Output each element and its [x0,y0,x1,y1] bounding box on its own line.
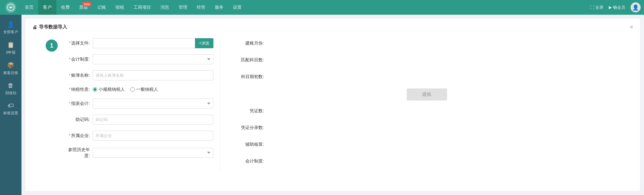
main-content: 🖨 导爷数据导入 × 1 *选择文件: [21,15,644,195]
voucher-entries-row: 凭证分录数: [234,123,620,133]
assign-accountant-label: *指派会计: [63,101,90,107]
voucher-count-value [267,106,620,116]
sidebar-label: 回收站 [5,90,16,95]
initial-balance-value [267,72,620,82]
sidebar-item-全部客户[interactable]: 👤全部客户 [0,17,21,38]
nav-item-服务[interactable]: 服务 [210,0,228,15]
sidebar-icon: 🗑 [8,82,14,89]
close-button[interactable]: × [630,24,633,30]
avatar[interactable]: 👤 [631,2,641,12]
tax-general-input[interactable] [130,87,135,92]
voucher-count-row: 凭证数: [234,106,620,116]
logo-area [3,0,18,15]
file-input-group: +浏览 [93,38,213,48]
nav-item-设置[interactable]: 设置 [228,0,246,15]
form-right: 建账月份: 匹配科目数: 科目期初数: 建账 [220,38,620,173]
accounting-system-select[interactable] [93,54,213,64]
ledger-name-input[interactable] [93,70,213,80]
browse-button[interactable]: +浏览 [195,38,213,48]
initial-balance-label: 科目期初数: [234,74,264,80]
page-title-text: 导爷数据导入 [39,24,67,30]
nav-item-管理[interactable]: 管理 [174,0,192,15]
top-nav: 首页客户收费票据new记账报税工商项目消息管理经营服务设置 ⛶ 全屏 ▶ 畅会员… [0,0,644,15]
nav-item-收费[interactable]: 收费 [56,0,75,15]
tax-small-radio[interactable]: 小规模纳税人 [93,86,125,92]
nav-badge: new [83,2,91,6]
memo-label: 助记码: [63,117,90,123]
sidebar-item-标签设置[interactable]: 🏷标签设置 [0,99,21,119]
nav-item-首页[interactable]: 首页 [20,0,38,15]
build-month-label: 建账月份: [234,40,264,46]
sidebar-icon: 📦 [7,62,14,69]
right-accounting-system-row: 会计制度: [234,156,620,166]
logo-icon [5,2,16,13]
match-subjects-value [267,55,620,65]
nav-item-工商项目[interactable]: 工商项目 [129,0,156,15]
memo-input[interactable] [93,115,213,125]
nav-item-客户[interactable]: 客户 [38,0,56,15]
sidebar-label: 全部客户 [3,29,18,35]
sidebar-item-账套迁移[interactable]: 📦账套迁移 [0,58,21,79]
reference-year-select[interactable] [93,148,213,158]
nav-item-消息[interactable]: 消息 [156,0,174,15]
voucher-entries-label: 凭证分录数: [234,125,264,131]
sidebar-label: 0申报 [6,50,15,55]
form-left: 1 *选择文件: +浏览 [46,38,213,173]
tax-general-radio[interactable]: 一般纳税人 [130,86,158,92]
tax-type-label: *纳税性质: [63,86,90,92]
form-fields: *选择文件: +浏览 *会计制度: [63,38,213,165]
fullscreen-icon: ⛶ [590,5,594,10]
nav-item-经营[interactable]: 经营 [192,0,210,15]
memo-row: 助记码: [63,115,213,125]
membership-btn[interactable]: ▶ 畅会员 [609,5,625,10]
tax-general-label: 一般纳税人 [136,86,158,92]
reference-year-label: 参照历史年度: [63,147,90,159]
step-number: 1 [50,42,53,49]
sidebar: 👤全部客户📋0申报📦账套迁移🗑回收站🏷标签设置 [0,15,21,195]
reference-year-row: 参照历史年度: [63,147,213,159]
fullscreen-btn[interactable]: ⛶ 全屏 [590,5,603,10]
ledger-name-label: *账簿名称: [63,72,90,78]
match-subjects-row: 匹配科目数: [234,55,620,65]
sidebar-icon: 👤 [7,21,14,28]
file-label: *选择文件: [63,40,90,46]
company-input[interactable] [93,131,213,141]
voucher-count-label: 凭证数: [234,108,264,114]
page-title-icon: 🖨 [32,24,37,30]
auxiliary-label: 辅助核算: [234,141,264,147]
right-accounting-system-label: 会计制度: [234,158,264,164]
accounting-system-row: *会计制度: [63,54,213,64]
assign-accountant-select[interactable] [93,99,213,109]
build-month-row: 建账月份: [234,38,620,48]
sidebar-item-回收站[interactable]: 🗑回收站 [0,79,21,99]
form-container: 1 *选择文件: +浏览 [32,38,633,173]
build-btn-area: 建账 [234,88,620,101]
accounting-system-label: *会计制度: [63,56,90,62]
file-row: *选择文件: +浏览 [63,38,213,48]
nav-items: 首页客户收费票据new记账报税工商项目消息管理经营服务设置 [20,0,590,15]
assign-accountant-row: *指派会计: [63,99,213,109]
sidebar-label: 标签设置 [3,111,18,116]
match-subjects-label: 匹配科目数: [234,57,264,63]
play-icon: ▶ [609,5,612,10]
fullscreen-label: 全屏 [595,5,603,10]
build-button[interactable]: 建账 [407,88,447,101]
auxiliary-value [267,139,620,149]
nav-item-记账[interactable]: 记账 [93,0,111,15]
build-month-value [267,38,620,48]
voucher-entries-value [267,123,620,133]
right-accounting-system-value [267,156,620,166]
sidebar-label: 账套迁移 [3,70,18,75]
tax-type-row: *纳税性质: 小规模纳税人 一般纳税人 [63,86,213,92]
nav-item-票据[interactable]: 票据new [75,0,93,15]
sidebar-item-0申报[interactable]: 📋0申报 [0,38,21,58]
tax-small-input[interactable] [93,87,97,92]
company-row: *所属企业: [63,131,213,141]
tax-type-radio-group: 小规模纳税人 一般纳税人 [93,86,213,92]
membership-label: 畅会员 [613,5,625,10]
nav-item-报税[interactable]: 报税 [111,0,129,15]
file-input[interactable] [93,38,195,48]
tax-small-label: 小规模纳税人 [99,86,125,92]
page-title: 🖨 导爷数据导入 [32,24,633,30]
step-indicator: 1 [46,40,58,52]
